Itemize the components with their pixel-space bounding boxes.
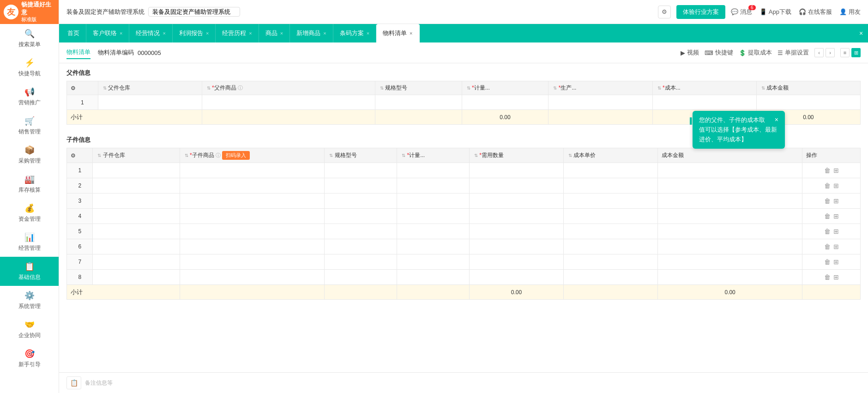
parent-cost-cell[interactable]	[652, 95, 756, 110]
prev-button[interactable]: ‹	[814, 48, 824, 57]
tooltip-close-button[interactable]: ×	[775, 115, 778, 125]
child-quantity-7[interactable]	[469, 254, 563, 270]
parent-spec-cell[interactable]	[375, 95, 462, 110]
sidebar-item-guide[interactable]: 🎯 新手引导	[0, 344, 59, 373]
child-product-1[interactable]	[180, 163, 325, 178]
child-cost-amount-3[interactable]	[657, 193, 802, 209]
child-unit-3[interactable]	[397, 193, 470, 209]
child-warehouse-7[interactable]	[93, 254, 180, 270]
parent-warehouse-cell[interactable]	[98, 95, 202, 110]
child-warehouse-3[interactable]	[93, 193, 180, 209]
child-unit-cost-4[interactable]	[563, 209, 657, 224]
parent-product-cell[interactable]	[202, 95, 375, 110]
copy-icon-5[interactable]: ⊞	[833, 228, 839, 235]
copy-icon-8[interactable]: ⊞	[833, 273, 839, 281]
child-cost-amount-5[interactable]	[657, 224, 802, 239]
child-cost-amount-4[interactable]	[657, 209, 802, 224]
sidebar-item-collab[interactable]: 🤝 企业协同	[0, 315, 59, 344]
child-unit-cost-2[interactable]	[563, 178, 657, 193]
copy-icon-4[interactable]: ⊞	[833, 212, 839, 220]
child-product-3[interactable]	[180, 193, 325, 209]
child-unit-2[interactable]	[397, 178, 470, 193]
scan-button[interactable]: 扫码录入	[222, 151, 250, 160]
child-unit-7[interactable]	[397, 254, 470, 270]
delete-icon-8[interactable]: 🗑	[824, 273, 831, 281]
child-spec-6[interactable]	[325, 239, 397, 254]
sidebar-item-inventory[interactable]: 🏭 库存核算	[0, 169, 59, 199]
copy-icon-7[interactable]: ⊞	[833, 258, 839, 266]
child-warehouse-1[interactable]	[93, 163, 180, 178]
user-menu[interactable]: 👤 用友	[839, 8, 861, 16]
sidebar-item-purchase[interactable]: 📦 采购管理	[0, 140, 59, 169]
delete-icon-2[interactable]: 🗑	[824, 182, 831, 189]
child-spec-1[interactable]	[325, 163, 397, 178]
tabs-close-all[interactable]: ×	[854, 24, 868, 42]
parent-cost-amount-cell[interactable]	[756, 95, 860, 110]
child-unit-4[interactable]	[397, 209, 470, 224]
child-cost-amount-7[interactable]	[657, 254, 802, 270]
child-quantity-4[interactable]	[469, 209, 563, 224]
tab-close-profit[interactable]: ×	[206, 30, 209, 36]
parent-production-cell[interactable]	[549, 95, 652, 110]
online-service-button[interactable]: 🎧 在线客服	[799, 8, 832, 16]
child-unit-8[interactable]	[397, 270, 470, 285]
sidebar-item-quick-nav[interactable]: ⚡ 快捷导航	[0, 53, 59, 82]
delete-icon-4[interactable]: 🗑	[824, 212, 831, 220]
tab-history[interactable]: 经营历程 ×	[216, 24, 259, 42]
tab-products[interactable]: 商品 ×	[259, 24, 290, 42]
child-spec-5[interactable]	[325, 224, 397, 239]
view-video-button[interactable]: ▶ 视频	[681, 48, 699, 57]
child-warehouse-2[interactable]	[93, 178, 180, 193]
child-cost-amount-8[interactable]	[657, 270, 802, 285]
tab-barcode[interactable]: 条码方案 ×	[333, 24, 376, 42]
sidebar-item-marketing[interactable]: 📢 营销推广	[0, 82, 59, 111]
child-spec-3[interactable]	[325, 193, 397, 209]
tab-close-products[interactable]: ×	[280, 30, 283, 36]
extract-cost-button[interactable]: 💲 提取成本	[739, 48, 772, 57]
tab-profit[interactable]: 利润报告 ×	[173, 24, 216, 42]
delete-icon-1[interactable]: 🗑	[824, 167, 831, 174]
delete-icon-5[interactable]: 🗑	[824, 228, 831, 235]
child-unit-cost-8[interactable]	[563, 270, 657, 285]
child-unit-1[interactable]	[397, 163, 470, 178]
tab-close-operations[interactable]: ×	[163, 30, 165, 36]
sidebar-item-sales[interactable]: 🛒 销售管理	[0, 111, 59, 140]
child-product-8[interactable]	[180, 270, 325, 285]
child-unit-cost-7[interactable]	[563, 254, 657, 270]
tab-close-customers[interactable]: ×	[120, 30, 122, 36]
list-view-button[interactable]: ≡	[840, 48, 850, 57]
tab-home[interactable]: 首页	[61, 24, 86, 42]
notes-icon-button[interactable]: 📋	[66, 376, 81, 389]
child-warehouse-8[interactable]	[93, 270, 180, 285]
child-spec-4[interactable]	[325, 209, 397, 224]
tab-new-product[interactable]: 新增商品 ×	[290, 24, 333, 42]
tab-close-barcode[interactable]: ×	[367, 30, 369, 36]
child-product-5[interactable]	[180, 224, 325, 239]
system-select[interactable]: 装备及固定资产辅助管理系统	[148, 7, 240, 17]
child-unit-cost-1[interactable]	[563, 163, 657, 178]
tab-operations[interactable]: 经营情况 ×	[129, 24, 172, 42]
sidebar-item-system[interactable]: ⚙️ 系统管理	[0, 286, 59, 315]
sub-tab-bom-list[interactable]: 物料清单	[66, 46, 90, 59]
tab-close-new-product[interactable]: ×	[323, 30, 326, 36]
child-spec-8[interactable]	[325, 270, 397, 285]
copy-icon-6[interactable]: ⊞	[833, 243, 839, 250]
child-quantity-3[interactable]	[469, 193, 563, 209]
child-quantity-1[interactable]	[469, 163, 563, 178]
app-download-button[interactable]: 📱 App下载	[760, 8, 791, 16]
trial-button[interactable]: 体验行业方案	[676, 5, 725, 19]
grid-view-button[interactable]: ⊞	[851, 48, 861, 57]
child-quantity-8[interactable]	[469, 270, 563, 285]
child-quantity-5[interactable]	[469, 224, 563, 239]
message-button[interactable]: 💬 消息 6	[731, 8, 752, 16]
child-spec-2[interactable]	[325, 178, 397, 193]
child-unit-5[interactable]	[397, 224, 470, 239]
child-product-4[interactable]	[180, 209, 325, 224]
tab-customers[interactable]: 客户联络 ×	[86, 24, 129, 42]
child-cost-amount-6[interactable]	[657, 239, 802, 254]
settings-gear-button[interactable]: ⚙	[658, 6, 671, 18]
sidebar-item-search[interactable]: 🔍 搜索菜单	[0, 24, 59, 53]
sidebar-item-basic[interactable]: 📋 基础信息	[0, 257, 59, 286]
copy-icon-3[interactable]: ⊞	[833, 197, 839, 205]
tab-bom[interactable]: 物料清单 ×	[376, 24, 419, 42]
